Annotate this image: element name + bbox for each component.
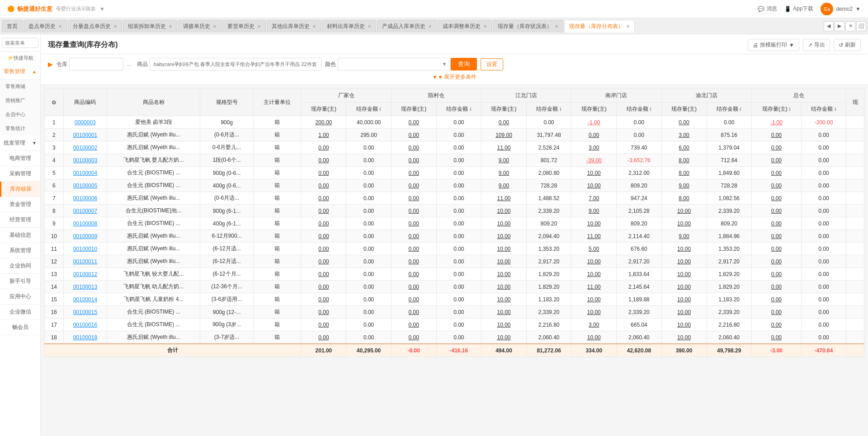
cell-fds[interactable]: 0.00 [391, 281, 436, 293]
cell-ts[interactable]: 0.00 [751, 243, 801, 255]
cell-jbs[interactable]: 10.00 [481, 331, 526, 344]
expand-conditions-btn[interactable]: ▼▼ 展开更多条件 [432, 73, 476, 81]
tab-2[interactable]: 分量盘点单历史 ✕ [68, 20, 122, 33]
th-gear[interactable]: ⚙ [45, 89, 64, 116]
tab-10-close[interactable]: ✕ [555, 24, 558, 29]
cell-code[interactable]: 00100009 [63, 230, 107, 243]
tab-next-btn[interactable]: ▶ [835, 21, 844, 31]
cell-fs[interactable]: 0.00 [301, 205, 346, 217]
cell-nas[interactable]: 5.00 [571, 243, 617, 255]
tab-6[interactable]: 其他出库单历史 ✕ [267, 20, 321, 33]
cell-ts[interactable]: 0.00 [751, 167, 801, 179]
tab-8-close[interactable]: ✕ [428, 24, 432, 29]
color-dropdown-icon[interactable]: ▼ [442, 61, 447, 67]
cell-fds[interactable]: 0.00 [391, 243, 436, 255]
cell-nas[interactable]: 9.00 [571, 205, 617, 217]
app-download-btn[interactable]: 📱 App下载 [784, 5, 813, 13]
cell-nas[interactable]: 3.00 [571, 319, 617, 331]
cell-fds[interactable]: 0.00 [391, 141, 436, 154]
sidebar-item-vip[interactable]: 畅会员 [0, 320, 40, 335]
cell-ybs[interactable]: 8.00 [661, 192, 707, 205]
cell-ts[interactable]: 0.00 [751, 154, 801, 167]
cell-fs[interactable]: 0.00 [301, 167, 346, 179]
cell-nas[interactable]: 10.00 [571, 179, 617, 192]
color-input[interactable] [338, 58, 451, 70]
cell-fs[interactable]: 0.00 [301, 179, 346, 192]
tab-9-close[interactable]: ✕ [483, 24, 487, 29]
cell-ybs[interactable]: 8.00 [661, 154, 707, 167]
cell-ts[interactable]: 0.00 [751, 217, 801, 230]
cell-code[interactable]: 00100004 [63, 167, 107, 179]
sidebar-item-operations[interactable]: 经营管理 [0, 212, 40, 228]
cell-fs[interactable]: 1.00 [301, 129, 346, 141]
cell-fds[interactable]: 0.00 [391, 293, 436, 306]
cell-ybs[interactable]: 10.00 [661, 293, 707, 306]
cell-fds[interactable]: 0.00 [391, 116, 436, 129]
cell-nas[interactable]: 10.00 [571, 167, 617, 179]
cell-jbs[interactable]: 9.00 [481, 154, 526, 167]
cell-fds[interactable]: 0.00 [391, 319, 436, 331]
cell-ts[interactable]: 0.00 [751, 179, 801, 192]
print-btn[interactable]: 🖨 按模板打印 ▼ [748, 39, 799, 51]
cell-jbs[interactable]: 10.00 [481, 230, 526, 243]
cell-code[interactable]: 00100013 [63, 281, 107, 293]
cell-ybs[interactable]: 6.00 [661, 141, 707, 154]
cell-jbs[interactable]: 0.00 [481, 116, 526, 129]
cell-ts[interactable]: -1.00 [751, 116, 801, 129]
tab-5[interactable]: 要货单历史 ✕ [222, 20, 266, 33]
cell-nas[interactable]: 10.00 [571, 293, 617, 306]
cell-code[interactable]: 00100003 [63, 154, 107, 167]
cell-fds[interactable]: 0.00 [391, 217, 436, 230]
tab-expand-btn[interactable]: ⬜ [856, 21, 866, 31]
cell-jbs[interactable]: 11.00 [481, 141, 526, 154]
search-btn[interactable]: 查询 [451, 58, 477, 70]
cell-fs[interactable]: 0.00 [301, 141, 346, 154]
tab-10[interactable]: 现存量（库存状况表） ✕ [493, 20, 563, 33]
cell-nas[interactable]: 10.00 [571, 217, 617, 230]
cell-fs[interactable]: 0.00 [301, 230, 346, 243]
cell-jbs[interactable]: 10.00 [481, 293, 526, 306]
warehouse-input[interactable] [69, 58, 123, 70]
cell-ts[interactable]: 0.00 [751, 319, 801, 331]
tab-home[interactable]: 首页 [2, 20, 23, 33]
cell-ts[interactable]: 0.00 [751, 268, 801, 281]
cell-ts[interactable]: 0.00 [751, 281, 801, 293]
cell-fs[interactable]: 0.00 [301, 306, 346, 319]
cell-ybs[interactable]: 3.00 [661, 129, 707, 141]
tab-close-all-btn[interactable]: ✕ [845, 21, 855, 31]
cell-code[interactable]: 00100007 [63, 205, 107, 217]
sidebar-item-app-center[interactable]: 应用中心 [0, 289, 40, 305]
cell-fds[interactable]: 0.00 [391, 154, 436, 167]
cell-code[interactable]: 00100006 [63, 192, 107, 205]
tab-4[interactable]: 调拨单历史 ✕ [178, 20, 222, 33]
cell-fds[interactable]: 0.00 [391, 268, 436, 281]
tab-3-close[interactable]: ✕ [169, 24, 172, 29]
cell-fs[interactable]: 0.00 [301, 192, 346, 205]
cell-ybs[interactable]: 0.00 [661, 116, 707, 129]
dropdown-icon[interactable]: ▼ [99, 6, 105, 12]
cell-fds[interactable]: 0.00 [391, 205, 436, 217]
cell-fds[interactable]: 0.00 [391, 179, 436, 192]
sidebar-item-system[interactable]: 系统管理 [0, 243, 40, 258]
refresh-btn[interactable]: ↺ 刷新 [834, 39, 861, 51]
sidebar-item-finance[interactable]: 资金管理 [0, 197, 40, 212]
cell-nas[interactable]: -1.00 [571, 116, 617, 129]
cell-code[interactable]: 00100016 [63, 319, 107, 331]
sidebar-item-retail-stats[interactable]: 零售统计 [0, 122, 40, 136]
tab-3[interactable]: 组装拆卸单历史 ✕ [123, 20, 177, 33]
cell-jbs[interactable]: 10.00 [481, 306, 526, 319]
cell-jbs[interactable]: 10.00 [481, 255, 526, 268]
tab-5-close[interactable]: ✕ [257, 24, 261, 29]
cell-fs[interactable]: 0.00 [301, 154, 346, 167]
sidebar-item-purchase[interactable]: 采购管理 [0, 166, 40, 182]
cell-fs[interactable]: 0.00 [301, 255, 346, 268]
cell-jbs[interactable]: 11.00 [481, 192, 526, 205]
cell-nas[interactable]: 10.00 [571, 331, 617, 344]
cell-ts[interactable]: 0.00 [751, 205, 801, 217]
cell-code[interactable]: 00100005 [63, 179, 107, 192]
tab-11-active[interactable]: 现存量（库存分布表） ✕ [564, 20, 635, 33]
cell-ts[interactable]: 0.00 [751, 255, 801, 268]
cell-code[interactable]: 00100014 [63, 293, 107, 306]
cell-fs[interactable]: 0.00 [301, 268, 346, 281]
cell-ybs[interactable]: 10.00 [661, 268, 707, 281]
